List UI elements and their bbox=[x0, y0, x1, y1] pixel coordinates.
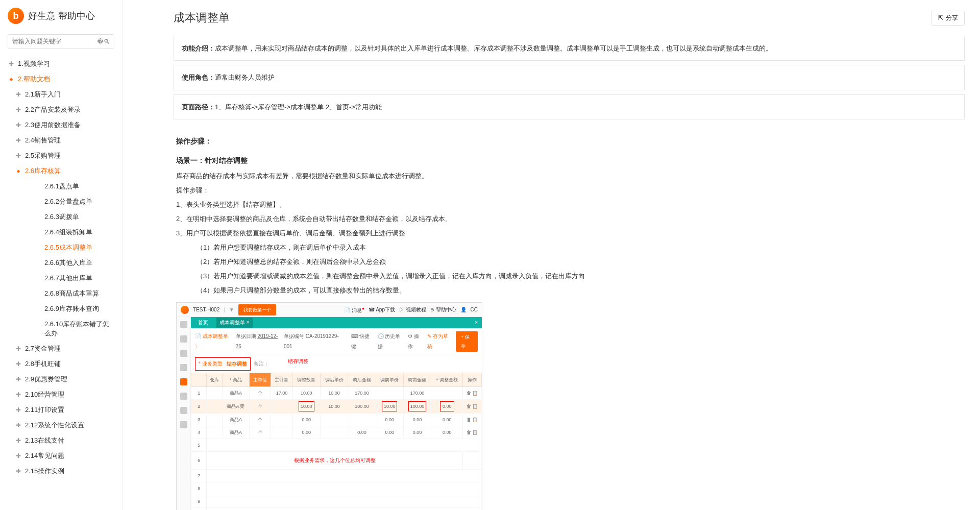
role-label: 使用角色： bbox=[182, 74, 215, 81]
intro-label: 功能介绍： bbox=[182, 44, 215, 52]
share-button[interactable]: ⇱分享 bbox=[932, 11, 965, 26]
nav-2-7[interactable]: ✚2.7资金管理 bbox=[15, 341, 114, 356]
nav-2-12[interactable]: ✚2.12系统个性化设置 bbox=[15, 418, 114, 433]
plus-icon: ✚ bbox=[15, 437, 22, 444]
logo-icon: b bbox=[8, 8, 24, 24]
step-3a: （1）若用户想要调整结存成本，则在调后单价中录入成本 bbox=[176, 241, 962, 254]
nav-2-6-6[interactable]: 2.6.6其他入库单 bbox=[29, 255, 114, 271]
plus-icon: ✚ bbox=[15, 391, 22, 398]
nav-2-10[interactable]: ✚2.10经营管理 bbox=[15, 387, 114, 402]
path-label: 页面路径： bbox=[182, 103, 215, 111]
intro-text: 成本调整单，用来实现对商品结存成本的调整，以及针对具体的出入库单进行成本调整。库… bbox=[215, 44, 772, 52]
page-title: 成本调整单 bbox=[174, 10, 230, 26]
steps-heading: 操作步骤： bbox=[176, 134, 962, 148]
nav-2-6[interactable]: ●2.6库存核算 bbox=[15, 163, 114, 179]
ss-avatar: 👤 bbox=[460, 305, 467, 315]
nav-2-13[interactable]: ✚2.13在线支付 bbox=[15, 433, 114, 448]
step-1: 1、表头业务类型选择【结存调整】。 bbox=[176, 198, 962, 211]
ss-topbar: TEST-H002 | ▼ 我要做第一个 📄 消息● ☎ App下载 ▷ 视频教… bbox=[177, 303, 482, 317]
article-body: 操作步骤： 场景一：针对结存调整 库存商品的结存成本与实际成本有差异，需要根据结… bbox=[174, 124, 965, 510]
nav-2-6-10[interactable]: 2.6.10库存账本错了怎么办 bbox=[29, 317, 114, 341]
search-icon[interactable]: �🔍︎ bbox=[97, 38, 110, 45]
plus-icon: ✚ bbox=[15, 122, 22, 129]
nav-2-6-5[interactable]: 2.6.5成本调整单 bbox=[29, 240, 114, 255]
minus-icon: ● bbox=[15, 167, 22, 175]
ss-toolbar: 📄 成本调整单 〉 单据日期 2019-12-26 单据编号 CA-201912… bbox=[191, 328, 482, 355]
ss-tab-doc: 成本调整单 × bbox=[216, 318, 253, 328]
nav-2-6-2[interactable]: 2.6.2分量盘点单 bbox=[29, 194, 114, 209]
scene1-desc: 库存商品的结存成本与实际成本有差异，需要根据结存数量和实际单位成本进行调整。 bbox=[176, 169, 962, 183]
ss-tenant: TEST-H002 bbox=[193, 305, 219, 315]
nav-2-6-3[interactable]: 2.6.3调拨单 bbox=[29, 209, 114, 225]
ss-nav-icon bbox=[180, 364, 187, 371]
nav-2-5[interactable]: ✚2.5采购管理 bbox=[15, 148, 114, 163]
nav-2-6-8[interactable]: 2.6.8商品成本重算 bbox=[29, 286, 114, 301]
plus-icon: ✚ bbox=[15, 152, 22, 159]
nav-2-6-4[interactable]: 2.6.4组装拆卸单 bbox=[29, 225, 114, 240]
ss-nav-icon bbox=[180, 421, 187, 428]
nav-2-15[interactable]: ✚2.15操作实例 bbox=[15, 464, 114, 479]
plus-icon: ✚ bbox=[15, 91, 22, 98]
nav-2-9[interactable]: ✚2.9优惠券管理 bbox=[15, 372, 114, 387]
plus-icon: ✚ bbox=[15, 406, 22, 414]
ss-help: ⊕ 帮助中心 bbox=[430, 305, 456, 315]
brand-title: 好生意 帮助中心 bbox=[28, 10, 95, 22]
nav-2-3[interactable]: ✚2.3使用前数据准备 bbox=[15, 117, 114, 133]
ss-tabs: 首页 成本调整单 × × bbox=[191, 317, 482, 328]
nav-2-6-9[interactable]: 2.6.9库存账本查询 bbox=[29, 301, 114, 317]
steps-heading-2: 操作步骤： bbox=[176, 184, 962, 197]
ss-sidebar bbox=[177, 317, 191, 510]
nav-docs[interactable]: ●2.帮助文档 bbox=[8, 71, 114, 87]
ss-nav-icon bbox=[180, 350, 187, 357]
step-3d: （4）如果用户只调整部分数量的成本，可以直接修改带出的结存数量。 bbox=[176, 284, 962, 297]
ss-app: ☎ App下载 bbox=[369, 305, 395, 315]
scene1-heading: 场景一：针对结存调整 bbox=[176, 153, 962, 167]
ss-tab-home: 首页 bbox=[195, 318, 211, 328]
path-box: 页面路径：1、库存核算->库存管理->成本调整单 2、首页->常用功能 bbox=[174, 94, 965, 119]
ss-biztype-box: * 业务类型 结存调整 bbox=[195, 357, 251, 371]
plus-icon: ✚ bbox=[15, 345, 22, 352]
brand-logo: b 好生意 帮助中心 bbox=[8, 8, 114, 24]
plus-icon: ✚ bbox=[15, 106, 22, 113]
role-box: 使用角色：通常由财务人员维护 bbox=[174, 65, 965, 90]
ss-user: CC bbox=[471, 305, 478, 315]
plus-icon: ✚ bbox=[15, 468, 22, 475]
nav-2-6-7[interactable]: 2.6.7其他出库单 bbox=[29, 271, 114, 286]
ss-logo-icon bbox=[181, 306, 189, 314]
plus-icon: ✚ bbox=[15, 422, 22, 429]
step-3: 3、用户可以根据调整依据直接在调后单价、调后金额、调整金额列上进行调整 bbox=[176, 227, 962, 240]
ss-new-button: 我要做第一个 bbox=[238, 304, 276, 315]
minus-icon: ● bbox=[8, 76, 15, 83]
ss-video: ▷ 视频教程 bbox=[399, 305, 426, 315]
role-text: 通常由财务人员维护 bbox=[215, 74, 275, 81]
annotation-2: 根据业务需求，这几个位总均可调整 bbox=[208, 453, 461, 468]
embedded-screenshot: TEST-H002 | ▼ 我要做第一个 📄 消息● ☎ App下载 ▷ 视频教… bbox=[176, 302, 482, 510]
nav-2-14[interactable]: ✚2.14常见问题 bbox=[15, 448, 114, 464]
main-content: 成本调整单 ⇱分享 功能介绍：成本调整单，用来实现对商品结存成本的调整，以及针对… bbox=[122, 0, 980, 510]
step-2: 2、在明细中选择要调整的商品及仓库，系统会自动带出结存数量和结存金额，以及结存成… bbox=[176, 212, 962, 226]
nav-2-8[interactable]: ✚2.8手机旺铺 bbox=[15, 356, 114, 372]
path-text: 1、库存核算->库存管理->成本调整单 2、首页->常用功能 bbox=[215, 103, 382, 111]
plus-icon: ✚ bbox=[15, 452, 22, 459]
nav-2-11[interactable]: ✚2.11打印设置 bbox=[15, 402, 114, 418]
annotation-1: 结存调整 bbox=[288, 356, 308, 367]
nav-2-2[interactable]: ✚2.2产品安装及登录 bbox=[15, 102, 114, 117]
ss-filter-row: * 业务类型 结存调整 备注： 结存调整 bbox=[191, 355, 482, 373]
nav-video[interactable]: ✚1.视频学习 bbox=[8, 56, 114, 71]
nav-2-4[interactable]: ✚2.4销售管理 bbox=[15, 133, 114, 148]
intro-box: 功能介绍：成本调整单，用来实现对商品结存成本的调整，以及针对具体的出入库单进行成… bbox=[174, 36, 965, 61]
ss-nav-icon bbox=[180, 321, 187, 328]
ss-nav-icon-active bbox=[180, 378, 187, 385]
ss-nav-icon bbox=[180, 393, 187, 400]
step-3b: （2）若用户知道调整总的结存金额，则在调后金额中录入总金额 bbox=[176, 255, 962, 269]
nav-2-1[interactable]: ✚2.1新手入门 bbox=[15, 87, 114, 102]
share-icon: ⇱ bbox=[938, 14, 943, 21]
plus-icon: ✚ bbox=[8, 60, 15, 67]
search-box: �🔍︎ bbox=[8, 34, 114, 48]
sidebar: b 好生意 帮助中心 �🔍︎ ✚1.视频学习 ●2.帮助文档 ✚2.1新手入门 … bbox=[0, 0, 122, 510]
ss-msg: 📄 消息● bbox=[344, 304, 364, 315]
nav-2-6-1[interactable]: 2.6.1盘点单 bbox=[29, 179, 114, 194]
step-3c: （3）若用户知道要调增或调减的成本差值，则在调整金额中录入差值，调增录入正值，记… bbox=[176, 270, 962, 283]
ss-nav-icon bbox=[180, 407, 187, 414]
ss-nav-icon bbox=[180, 335, 187, 343]
